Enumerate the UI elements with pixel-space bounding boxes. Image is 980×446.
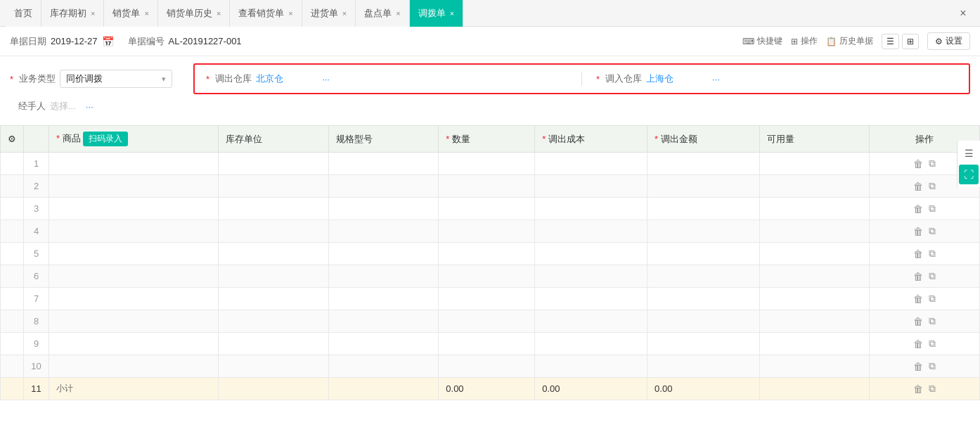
row-product-cell[interactable] — [49, 220, 219, 243]
row-amount-cell[interactable] — [647, 265, 760, 288]
tab-view-sales[interactable]: 查看销货单 × — [230, 0, 302, 27]
delete-icon[interactable]: 🗑 — [913, 158, 923, 170]
row-available-cell[interactable] — [759, 175, 870, 198]
row-spec-cell[interactable] — [328, 175, 439, 198]
row-spec-cell[interactable] — [328, 243, 439, 265]
copy-icon[interactable]: ⧉ — [929, 360, 936, 372]
row-amount-cell[interactable] — [647, 333, 760, 355]
row-product-cell[interactable] — [49, 198, 219, 220]
grid-view-btn[interactable]: ⊞ — [902, 34, 919, 49]
subtotal-delete-icon[interactable]: 🗑 — [913, 383, 923, 395]
row-unit-cell[interactable] — [219, 153, 329, 175]
person-input[interactable]: 选择... — [50, 100, 76, 113]
row-cost-cell[interactable] — [535, 265, 647, 288]
copy-icon[interactable]: ⧉ — [929, 158, 936, 170]
row-product-cell[interactable] — [49, 175, 219, 198]
row-cost-cell[interactable] — [535, 310, 647, 333]
row-unit-cell[interactable] — [219, 220, 329, 243]
row-available-cell[interactable] — [759, 288, 870, 310]
calendar-icon[interactable]: 📅 — [102, 36, 114, 47]
row-product-cell[interactable] — [49, 333, 219, 355]
out-warehouse-value[interactable]: 北京仓 — [256, 72, 312, 85]
row-amount-cell[interactable] — [647, 288, 760, 310]
row-amount-cell[interactable] — [647, 355, 760, 378]
tab-sales-history-close[interactable]: × — [217, 9, 221, 18]
tab-purchase[interactable]: 进货单 × — [302, 0, 356, 27]
row-spec-cell[interactable] — [328, 333, 439, 355]
col-settings[interactable]: ⚙ — [1, 126, 24, 153]
tab-sales-order[interactable]: 销货单 × — [104, 0, 157, 27]
person-more-icon[interactable]: ··· — [86, 101, 94, 112]
shortcut-btn[interactable]: ⌨ 快捷键 — [742, 35, 782, 47]
copy-icon[interactable]: ⧉ — [929, 180, 936, 192]
tab-home[interactable]: 首页 — [6, 0, 41, 27]
copy-icon[interactable]: ⧉ — [929, 225, 936, 237]
row-cost-cell[interactable] — [535, 243, 647, 265]
row-product-cell[interactable] — [49, 153, 219, 175]
row-available-cell[interactable] — [759, 220, 870, 243]
row-unit-cell[interactable] — [219, 333, 329, 355]
row-product-cell[interactable] — [49, 288, 219, 310]
tab-transfer-close[interactable]: × — [450, 9, 454, 18]
row-amount-cell[interactable] — [647, 198, 760, 220]
delete-icon[interactable]: 🗑 — [913, 338, 923, 350]
row-cost-cell[interactable] — [535, 198, 647, 220]
tab-inventory-init[interactable]: 库存期初 × — [41, 0, 104, 27]
copy-icon[interactable]: ⧉ — [929, 315, 936, 327]
row-unit-cell[interactable] — [219, 198, 329, 220]
column-settings-icon[interactable]: ⚙ — [8, 134, 16, 144]
row-qty-cell[interactable] — [439, 153, 535, 175]
delete-icon[interactable]: 🗑 — [913, 203, 923, 215]
delete-icon[interactable]: 🗑 — [913, 316, 923, 327]
row-qty-cell[interactable] — [439, 198, 535, 220]
copy-icon[interactable]: ⧉ — [929, 270, 936, 282]
row-available-cell[interactable] — [759, 243, 870, 265]
list-view-btn[interactable]: ☰ — [882, 34, 899, 49]
row-available-cell[interactable] — [759, 153, 870, 175]
in-warehouse-value[interactable]: 上海仓 — [646, 72, 702, 85]
delete-icon[interactable]: 🗑 — [913, 271, 923, 282]
row-spec-cell[interactable] — [328, 265, 439, 288]
row-unit-cell[interactable] — [219, 288, 329, 310]
row-qty-cell[interactable] — [439, 175, 535, 198]
sidebar-expand-icon[interactable]: ⛶ — [959, 165, 979, 184]
row-unit-cell[interactable] — [219, 310, 329, 333]
delete-icon[interactable]: 🗑 — [913, 226, 923, 237]
row-amount-cell[interactable] — [647, 220, 760, 243]
row-qty-cell[interactable] — [439, 220, 535, 243]
row-cost-cell[interactable] — [535, 288, 647, 310]
row-available-cell[interactable] — [759, 355, 870, 378]
row-amount-cell[interactable] — [647, 153, 760, 175]
tab-sales-order-close[interactable]: × — [144, 9, 148, 18]
row-unit-cell[interactable] — [219, 243, 329, 265]
sidebar-list-icon[interactable]: ☰ — [959, 144, 979, 163]
copy-icon[interactable]: ⧉ — [929, 293, 936, 305]
row-cost-cell[interactable] — [535, 175, 647, 198]
row-available-cell[interactable] — [759, 198, 870, 220]
row-spec-cell[interactable] — [328, 355, 439, 378]
in-warehouse-more-icon[interactable]: ··· — [712, 74, 720, 84]
row-spec-cell[interactable] — [328, 198, 439, 220]
date-value[interactable]: 2019-12-27 — [51, 36, 98, 46]
business-type-dropdown[interactable]: 同价调拨 ▾ — [60, 70, 172, 88]
copy-icon[interactable]: ⧉ — [929, 248, 936, 260]
tab-transfer[interactable]: 调拨单 × — [410, 0, 463, 27]
window-close-button[interactable]: × — [952, 2, 974, 25]
row-cost-cell[interactable] — [535, 355, 647, 378]
tab-inventory-check[interactable]: 盘点单 × — [356, 0, 409, 27]
operations-btn[interactable]: ⊞ 操作 — [791, 35, 818, 47]
row-product-cell[interactable] — [49, 265, 219, 288]
row-amount-cell[interactable] — [647, 310, 760, 333]
delete-icon[interactable]: 🗑 — [913, 181, 923, 192]
delete-icon[interactable]: 🗑 — [913, 361, 923, 372]
row-unit-cell[interactable] — [219, 355, 329, 378]
row-qty-cell[interactable] — [439, 355, 535, 378]
row-amount-cell[interactable] — [647, 243, 760, 265]
row-available-cell[interactable] — [759, 333, 870, 355]
tab-purchase-close[interactable]: × — [342, 9, 347, 18]
row-qty-cell[interactable] — [439, 310, 535, 333]
row-spec-cell[interactable] — [328, 153, 439, 175]
row-product-cell[interactable] — [49, 355, 219, 378]
tab-inventory-check-close[interactable]: × — [396, 9, 400, 18]
row-product-cell[interactable] — [49, 310, 219, 333]
